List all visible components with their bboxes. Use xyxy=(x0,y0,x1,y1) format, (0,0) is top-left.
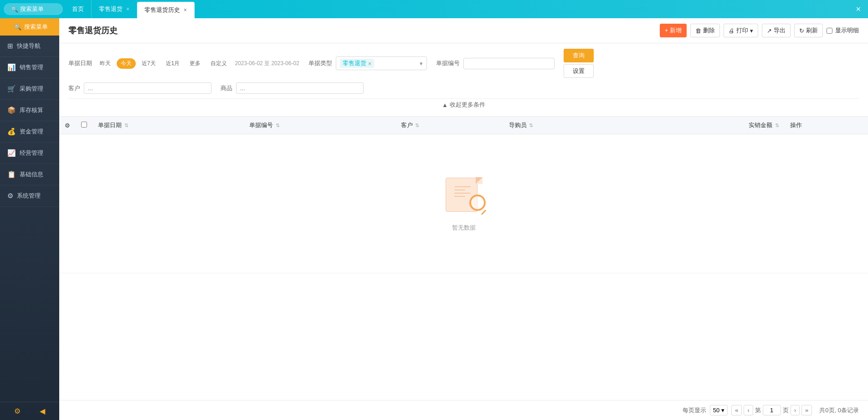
close-window-button[interactable]: × xyxy=(848,5,868,14)
paper-line-3 xyxy=(454,193,471,194)
tab-retail-return-history-close[interactable]: × xyxy=(184,7,187,13)
customer-input[interactable] xyxy=(84,82,211,94)
col-customer-sort-icon[interactable]: ⇅ xyxy=(415,123,419,128)
magnifier-icon xyxy=(469,195,486,211)
paper-line-1 xyxy=(454,186,471,187)
page-size-value: 50 xyxy=(713,407,719,414)
date-more-btn[interactable]: 更多 xyxy=(185,58,205,69)
data-table: ⚙ 单据日期 ⇅ 单据编号 ⇅ xyxy=(59,117,868,273)
refresh-button[interactable]: ↻ 刷新 xyxy=(794,24,823,37)
quick-nav-icon: ⊞ xyxy=(7,42,13,50)
operations-icon: 📈 xyxy=(7,149,16,157)
col-doc-no: 单据编号 ⇅ xyxy=(244,117,395,134)
date-today-btn[interactable]: 今天 xyxy=(117,58,136,69)
customer-label: 客户 xyxy=(68,84,80,92)
page-first-btn[interactable]: « xyxy=(731,405,742,415)
sidebar-item-sales[interactable]: 📊 销售管理 xyxy=(0,57,59,78)
tab-retail-return-history-label: 零售退货历史 xyxy=(144,6,180,14)
sidebar-item-quick-nav[interactable]: ⊞ 快捷导航 xyxy=(0,36,59,57)
col-amount: 实销金额 ⇅ xyxy=(633,117,784,134)
delete-icon: 🗑 xyxy=(695,27,701,34)
doc-type-tag-remove[interactable]: × xyxy=(368,60,372,67)
delete-button[interactable]: 🗑 删除 xyxy=(690,24,720,37)
col-doc-no-sort-icon[interactable]: ⇅ xyxy=(276,123,280,128)
sidebar-item-operations-label: 经营管理 xyxy=(20,149,43,157)
date-1month-btn[interactable]: 近1月 xyxy=(162,58,184,69)
tab-retail-return-close[interactable]: × xyxy=(126,6,129,12)
page-next-btn[interactable]: › xyxy=(791,405,800,415)
page-unit: 页 xyxy=(783,406,789,415)
col-customer: 客户 ⇅ xyxy=(395,117,503,134)
sidebar-item-purchase[interactable]: 🛒 采购管理 xyxy=(0,78,59,100)
page-last-btn[interactable]: » xyxy=(801,405,812,415)
refresh-label: 刷新 xyxy=(806,26,818,35)
header-actions: + 新增 🗑 删除 🖨 打印 ▾ ↗ 导出 ↻ 刷新 xyxy=(660,24,859,37)
page-prev-btn[interactable]: ‹ xyxy=(744,405,753,415)
tab-retail-return-history[interactable]: 零售退货历史 × xyxy=(137,2,195,18)
col-amount-sort-icon[interactable]: ⇅ xyxy=(775,123,779,128)
col-settings-icon[interactable]: ⚙ xyxy=(65,122,70,129)
doc-type-select[interactable]: 零售退货 × ▾ xyxy=(336,56,427,70)
date-7days-btn[interactable]: 近7天 xyxy=(138,58,160,69)
paper-line-4 xyxy=(454,196,465,197)
display-detail-checkbox[interactable] xyxy=(827,28,832,34)
page-nav: « ‹ 第 页 › » xyxy=(731,405,812,415)
sidebar-item-basic-info[interactable]: 📋 基础信息 xyxy=(0,164,59,185)
table-body: 暂无数据 xyxy=(59,134,868,273)
col-settings: ⚙ xyxy=(59,117,76,134)
query-button[interactable]: 查询 xyxy=(564,49,594,62)
sidebar-item-basic-info-label: 基础信息 xyxy=(20,170,43,179)
col-doc-date-label: 单据日期 xyxy=(98,122,122,128)
filter-area: 单据日期 昨天 今天 近7天 近1月 更多 自定义 2023-06-02 至 2… xyxy=(59,43,868,117)
sidebar-item-finance[interactable]: 💰 资金管理 xyxy=(0,121,59,143)
tab-bar: 首页 零售退货 × 零售退货历史 × xyxy=(65,0,848,18)
col-guide-sort-icon[interactable]: ⇅ xyxy=(529,123,533,128)
empty-state: 暂无数据 xyxy=(65,139,863,268)
sidebar-settings-button[interactable]: ⚙ xyxy=(14,407,21,415)
sidebar-item-quick-nav-label: 快捷导航 xyxy=(17,42,41,50)
page-number-input[interactable] xyxy=(763,405,781,415)
date-filter: 昨天 今天 近7天 近1月 更多 自定义 2023-06-02 至 2023-0… xyxy=(96,58,299,69)
print-arrow-icon: ▾ xyxy=(750,27,753,34)
sidebar-item-operations[interactable]: 📈 经营管理 xyxy=(0,143,59,164)
page-size-select[interactable]: 50 ▾ xyxy=(710,405,728,415)
system-icon: ⚙ xyxy=(7,192,13,200)
sidebar-collapse-button[interactable]: ◀ xyxy=(40,407,45,415)
action-buttons: 查询 设置 xyxy=(564,49,594,78)
tab-home[interactable]: 首页 xyxy=(65,0,92,18)
collapse-conditions-btn[interactable]: ▲ 收起更多条件 xyxy=(68,98,859,111)
goods-input[interactable] xyxy=(236,82,364,94)
filter-row-1: 单据日期 昨天 今天 近7天 近1月 更多 自定义 2023-06-02 至 2… xyxy=(68,49,859,78)
doc-type-tag-text: 零售退货 xyxy=(343,59,366,67)
display-detail-label: 显示明细 xyxy=(835,26,859,35)
sidebar-search-menu[interactable]: 🔍 搜索菜单 xyxy=(0,18,59,36)
print-icon: 🖨 xyxy=(729,27,734,34)
sidebar-item-system[interactable]: ⚙ 系统管理 xyxy=(0,185,59,207)
table-container: ⚙ 单据日期 ⇅ 单据编号 ⇅ xyxy=(59,117,868,400)
tab-retail-return-label: 零售退货 xyxy=(99,5,123,13)
table-header: ⚙ 单据日期 ⇅ 单据编号 ⇅ xyxy=(59,117,868,134)
new-button[interactable]: + 新增 xyxy=(660,24,687,37)
tab-retail-return[interactable]: 零售退货 × xyxy=(92,0,137,18)
doc-no-input[interactable] xyxy=(463,58,555,69)
date-filter-label: 单据日期 xyxy=(68,59,92,67)
search-menu-bar[interactable]: 🔍 搜索菜单 xyxy=(4,3,63,15)
empty-state-row: 暂无数据 xyxy=(59,134,868,273)
paper-fold xyxy=(476,177,483,184)
collapse-icon: ▲ xyxy=(442,102,448,108)
col-amount-label: 实销金额 xyxy=(749,122,772,128)
sidebar-bottom: ⚙ ◀ xyxy=(0,402,59,420)
top-bar: 🔍 搜索菜单 首页 零售退货 × 零售退货历史 × × xyxy=(0,0,868,18)
select-all-checkbox[interactable] xyxy=(81,122,87,128)
col-doc-date-sort-icon[interactable]: ⇅ xyxy=(124,123,128,128)
settings-button[interactable]: 设置 xyxy=(564,64,594,78)
print-button[interactable]: 🖨 打印 ▾ xyxy=(724,24,758,37)
date-yesterday-btn[interactable]: 昨天 xyxy=(96,58,115,69)
export-button[interactable]: ↗ 导出 xyxy=(762,24,791,37)
sidebar-item-purchase-label: 采购管理 xyxy=(20,85,43,93)
date-custom-btn[interactable]: 自定义 xyxy=(206,58,231,69)
purchase-icon: 🛒 xyxy=(7,85,16,93)
date-filter-item: 单据日期 昨天 今天 近7天 近1月 更多 自定义 2023-06-02 至 2… xyxy=(68,58,299,69)
sidebar-item-inventory[interactable]: 📦 库存核算 xyxy=(0,100,59,121)
col-doc-date: 单据日期 ⇅ xyxy=(92,117,244,134)
